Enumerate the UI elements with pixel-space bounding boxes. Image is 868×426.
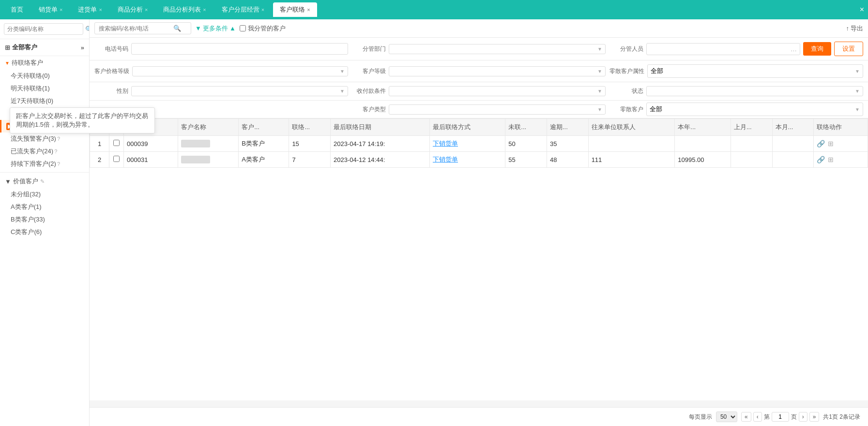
sidebar-item-declining[interactable]: 持续下滑客户(2) ? bbox=[0, 158, 89, 170]
next-page-button[interactable]: › bbox=[799, 412, 807, 422]
close-analysis-icon[interactable]: × bbox=[145, 7, 148, 13]
sidebar-item-a-class[interactable]: A类客户(1) bbox=[0, 201, 89, 213]
sidebar-item-today[interactable]: 今天待联络(0) bbox=[0, 70, 89, 82]
td-this-month-2 bbox=[772, 152, 814, 168]
customer-level-label: 客户等级 bbox=[352, 67, 386, 75]
sidebar-search-input[interactable] bbox=[4, 23, 83, 35]
table-row: 2 000031 A类客户 bbox=[90, 152, 868, 168]
dots-btn[interactable]: … bbox=[791, 45, 797, 53]
filter-more-button[interactable]: ▼ 更多条件 ▲ bbox=[195, 24, 236, 33]
grid-action-icon-1[interactable]: ⊞ bbox=[828, 140, 834, 147]
close-analysis-list-icon[interactable]: × bbox=[203, 7, 206, 13]
retail-customer-value: 全部 bbox=[650, 105, 662, 114]
customer-level-select[interactable]: ▼ bbox=[389, 66, 606, 76]
last-date-1: 2023-04-17 14:19: bbox=[334, 140, 385, 147]
retail-attr-select[interactable]: 全部 ▼ bbox=[647, 64, 863, 78]
uncontact-2: 55 bbox=[508, 156, 515, 163]
setting-button[interactable]: 设置 bbox=[834, 42, 863, 56]
th-this-year: 本年... bbox=[675, 119, 731, 136]
filter-icon: ▼ bbox=[195, 25, 201, 32]
filter-search-icon[interactable]: 🔍 bbox=[173, 25, 181, 32]
sidebar-pending-group[interactable]: ▼ 待联络客户 bbox=[0, 56, 89, 70]
sidebar-search-icon[interactable]: 🔍 bbox=[85, 26, 90, 33]
close-purchase-icon[interactable]: × bbox=[99, 7, 102, 13]
sidebar-item-lost-pre[interactable]: 流失预警客户(3) ? bbox=[0, 132, 89, 145]
filter-my-customer: 我分管的客户 bbox=[240, 24, 286, 33]
pagination: 每页显示 50 « ‹ 第 页 › » 共1页 2条记录 bbox=[90, 407, 868, 426]
close-sales-icon[interactable]: × bbox=[60, 7, 62, 13]
lost-pre-info-icon[interactable]: ? bbox=[57, 136, 60, 142]
filter-row-gender: 性别 ▼ bbox=[94, 86, 348, 96]
filter-search-input[interactable] bbox=[99, 25, 171, 32]
status-select[interactable]: ▼ bbox=[646, 86, 863, 96]
td-overdue-2: 48 bbox=[547, 152, 588, 168]
nav-tab-customer-contact[interactable]: 客户联络 × bbox=[273, 2, 317, 17]
last-method-1[interactable]: 下销货单 bbox=[433, 140, 458, 147]
query-button[interactable]: 查询 bbox=[803, 42, 831, 56]
filter-row-payment: 收付款条件 ▼ bbox=[352, 86, 606, 96]
sidebar-item-tomorrow[interactable]: 明天待联络(1) bbox=[0, 82, 89, 95]
last-page-button[interactable]: » bbox=[809, 412, 820, 422]
row-2-checkbox[interactable] bbox=[113, 156, 120, 162]
row-1-checkbox[interactable] bbox=[113, 140, 120, 146]
already-lost-info-icon[interactable]: ? bbox=[54, 148, 57, 154]
td-last-date-2: 2023-04-12 14:44: bbox=[331, 152, 430, 168]
phone-input[interactable] bbox=[131, 43, 348, 55]
sidebar-pending-group-label: 待联络客户 bbox=[12, 59, 43, 67]
nav-tab-sales[interactable]: 销货单 × bbox=[32, 2, 69, 17]
sidebar-already-lost-label: 已流失客户(24) bbox=[11, 147, 53, 156]
contact-person-2: 111 bbox=[592, 156, 602, 163]
subdept-select[interactable]: ▼ bbox=[389, 44, 606, 54]
th-this-month-label: 本月... bbox=[776, 123, 793, 131]
subperson-select[interactable]: … bbox=[646, 43, 800, 55]
prev-page-button[interactable]: ‹ bbox=[753, 412, 762, 422]
last-method-2[interactable]: 下销货单 bbox=[433, 156, 458, 163]
th-contact-person: 往来单位联系人 bbox=[588, 119, 675, 136]
td-contact-count-1: 15 bbox=[289, 136, 331, 152]
nav-tab-purchase[interactable]: 进货单 × bbox=[71, 2, 108, 17]
filter-form-3: 性别 ▼ 收付款条件 ▼ 状态 ▼ bbox=[90, 82, 868, 101]
td-code-2: 000031 bbox=[124, 152, 178, 168]
gender-select[interactable]: ▼ bbox=[131, 86, 348, 96]
gender-arrow-icon: ▼ bbox=[340, 88, 345, 94]
sidebar-item-b-class[interactable]: B类客户(33) bbox=[0, 213, 89, 226]
nav-tab-customer-layer[interactable]: 客户分层经营 × bbox=[215, 2, 271, 17]
export-button[interactable]: ↑ 导出 bbox=[846, 24, 864, 33]
nav-tab-analysis[interactable]: 商品分析 × bbox=[111, 2, 154, 17]
close-customer-layer-icon[interactable]: × bbox=[261, 7, 264, 13]
sidebar-item-7days[interactable]: 近7天待联络(0) bbox=[0, 95, 89, 107]
per-page-select[interactable]: 50 bbox=[716, 411, 737, 422]
page-input[interactable] bbox=[772, 412, 789, 422]
td-contact-person-1 bbox=[588, 136, 675, 152]
sidebar-item-already-lost[interactable]: 已流失客户(24) ? bbox=[0, 145, 89, 158]
grid-action-icon-2[interactable]: ⊞ bbox=[828, 156, 834, 163]
filter-actions: 查询 设置 bbox=[803, 42, 863, 56]
sidebar-all-customers[interactable]: ⊞ 全部客户 » bbox=[0, 39, 89, 56]
sidebar-value-group[interactable]: ▼ 价值客户 ✎ bbox=[0, 175, 89, 188]
sidebar-c-class-label: C类客户(6) bbox=[11, 228, 42, 236]
filter-form-2: 客户价格等级 ▼ 客户等级 ▼ 零散客户属性 全部 ▼ bbox=[90, 60, 868, 82]
sidebar-collapse-icon[interactable]: » bbox=[81, 44, 84, 51]
price-level-select[interactable]: ▼ bbox=[132, 66, 348, 76]
my-customer-checkbox[interactable] bbox=[240, 25, 246, 31]
sidebar-item-c-class[interactable]: C类客户(6) bbox=[0, 226, 89, 238]
close-all-button[interactable]: × bbox=[860, 5, 864, 14]
grid-icon: ⊞ bbox=[5, 44, 10, 51]
link-icon-2[interactable]: 🔗 bbox=[817, 156, 825, 163]
first-page-button[interactable]: « bbox=[741, 412, 751, 422]
sidebar-item-unsorted[interactable]: 未分组(32) bbox=[0, 188, 89, 201]
td-this-year-2: 10995.00 bbox=[675, 152, 731, 168]
edit-icon[interactable]: ✎ bbox=[40, 178, 45, 185]
bottom-scrollbar[interactable] bbox=[90, 400, 868, 407]
payment-label: 收付款条件 bbox=[352, 87, 386, 95]
nav-tab-analysis-list[interactable]: 商品分析列表 × bbox=[156, 2, 213, 17]
customer-type-select[interactable]: ▼ bbox=[389, 104, 606, 115]
declining-info-icon[interactable]: ? bbox=[57, 161, 60, 167]
export-icon: ↑ bbox=[846, 25, 850, 32]
link-icon-1[interactable]: 🔗 bbox=[817, 140, 825, 147]
retail-customer-select[interactable]: 全部 ▼ bbox=[646, 103, 863, 116]
payment-select[interactable]: ▼ bbox=[389, 86, 606, 96]
close-customer-contact-icon[interactable]: × bbox=[307, 7, 310, 13]
nav-tab-home-label: 首页 bbox=[11, 5, 23, 14]
nav-tab-home[interactable]: 首页 bbox=[4, 2, 30, 17]
